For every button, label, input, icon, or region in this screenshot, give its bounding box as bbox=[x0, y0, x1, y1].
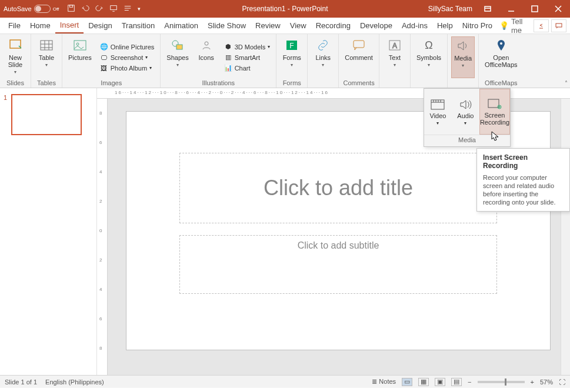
tab-insert[interactable]: Insert bbox=[55, 18, 84, 33]
subtitle-placeholder[interactable]: Click to add subtitle bbox=[179, 235, 497, 294]
svg-rect-15 bbox=[354, 41, 364, 48]
svg-rect-3 bbox=[485, 6, 491, 11]
slideshow-view-icon[interactable]: ▤ bbox=[451, 378, 462, 386]
share-button[interactable] bbox=[534, 19, 549, 32]
tab-help[interactable]: Help bbox=[432, 18, 458, 33]
normal-view-icon[interactable]: ▭ bbox=[402, 378, 412, 386]
icons-button[interactable]: Icons bbox=[195, 36, 218, 78]
shapes-icon bbox=[169, 38, 186, 53]
text-button[interactable]: A Text▾ bbox=[383, 36, 406, 78]
audio-button[interactable]: Audio▾ bbox=[452, 89, 479, 135]
svg-rect-8 bbox=[74, 41, 86, 50]
minimize-icon[interactable] bbox=[499, 0, 523, 18]
media-button[interactable]: Media▾ bbox=[451, 36, 475, 78]
redo-icon[interactable] bbox=[95, 4, 104, 14]
screen-recording-icon bbox=[486, 98, 503, 110]
comment-button[interactable]: Comment bbox=[342, 36, 375, 78]
tab-developer[interactable]: Develope bbox=[355, 18, 397, 33]
ribbon: New Slide ▾ Slides Table ▾ Tables Pictur… bbox=[0, 34, 570, 88]
user-name[interactable]: SillySac Team bbox=[428, 5, 476, 13]
video-button[interactable]: Video▾ bbox=[424, 89, 452, 135]
group-tables-label: Tables bbox=[35, 78, 58, 88]
notes-button[interactable]: ≣ Notes bbox=[372, 378, 396, 386]
comments-button[interactable] bbox=[551, 19, 566, 32]
ribbon-tabs: File Home Insert Design Transition Anima… bbox=[0, 18, 570, 34]
slide-thumbnail[interactable] bbox=[11, 94, 82, 135]
screenshot-button[interactable]: 🖵Screenshot▾ bbox=[98, 53, 157, 62]
tab-view[interactable]: View bbox=[285, 18, 311, 33]
tab-addins[interactable]: Add-ins bbox=[397, 18, 432, 33]
title-placeholder[interactable]: Click to add title bbox=[179, 153, 497, 223]
speaker-icon bbox=[455, 38, 471, 53]
media-dropdown-footer: Media bbox=[424, 135, 510, 145]
vertical-scrollbar[interactable] bbox=[561, 99, 570, 375]
tab-design[interactable]: Design bbox=[84, 18, 116, 33]
zoom-level[interactable]: 57% bbox=[540, 378, 553, 386]
toggle-off-icon bbox=[34, 5, 51, 13]
tab-slideshow[interactable]: Slide Show bbox=[203, 18, 251, 33]
chart-button[interactable]: 📊Chart bbox=[222, 63, 273, 73]
tab-animation[interactable]: Animation bbox=[159, 18, 203, 33]
table-icon bbox=[38, 38, 55, 53]
sorter-view-icon[interactable]: ▦ bbox=[418, 378, 429, 386]
smartart-button[interactable]: ▥SmartArt bbox=[222, 53, 273, 62]
open-officemaps-button[interactable]: Open OfficeMaps bbox=[482, 36, 519, 78]
start-from-beginning-icon[interactable] bbox=[109, 4, 118, 14]
audio-icon bbox=[457, 98, 474, 111]
online-pictures-button[interactable]: 🌐Online Pictures bbox=[98, 42, 157, 52]
group-images-label: Images bbox=[66, 78, 156, 88]
svg-rect-19 bbox=[431, 100, 444, 109]
reading-view-icon[interactable]: ▣ bbox=[435, 378, 445, 386]
tab-home[interactable]: Home bbox=[25, 18, 55, 33]
forms-icon: F bbox=[284, 38, 300, 53]
photo-album-button[interactable]: 🖼Photo Album▾ bbox=[98, 63, 157, 73]
group-media: Media▾ bbox=[448, 34, 479, 88]
slide-canvas[interactable]: Click to add title Click to add subtitle bbox=[126, 112, 550, 350]
links-button[interactable]: Links▾ bbox=[311, 36, 335, 78]
fit-to-window-icon[interactable]: ⛶ bbox=[559, 378, 565, 386]
collapse-ribbon-icon[interactable]: ˄ bbox=[565, 80, 568, 86]
comment-icon bbox=[351, 38, 367, 53]
tooltip-title: Insert Screen Recording bbox=[483, 153, 564, 170]
omega-icon: Ω bbox=[421, 38, 437, 53]
table-button[interactable]: Table ▾ bbox=[35, 36, 58, 78]
zoom-out-icon[interactable]: − bbox=[468, 378, 471, 386]
3d-models-button[interactable]: ⬢3D Models▾ bbox=[222, 42, 273, 52]
tell-me-search[interactable]: 💡 Tell me bbox=[499, 17, 534, 35]
slide-count[interactable]: Slide 1 of 1 bbox=[5, 378, 37, 386]
tab-recording[interactable]: Recording bbox=[311, 18, 355, 33]
tooltip: Insert Screen Recording Record your comp… bbox=[476, 148, 570, 212]
autosave-label: AutoSave bbox=[4, 5, 32, 12]
group-slides: New Slide ▾ Slides bbox=[0, 34, 31, 88]
language[interactable]: English (Philippines) bbox=[45, 378, 104, 386]
forms-button[interactable]: F Forms▾ bbox=[280, 36, 304, 78]
zoom-in-icon[interactable]: + bbox=[531, 378, 534, 386]
window-buttons bbox=[476, 0, 570, 18]
close-icon[interactable] bbox=[546, 0, 570, 18]
link-icon bbox=[315, 38, 331, 53]
new-slide-button[interactable]: New Slide ▾ bbox=[4, 36, 27, 78]
tab-review[interactable]: Review bbox=[251, 18, 285, 33]
group-comments-label: Comments bbox=[342, 78, 375, 88]
autosave-toggle[interactable]: AutoSave Off bbox=[0, 5, 62, 13]
undo-icon[interactable] bbox=[81, 4, 89, 14]
zoom-slider[interactable] bbox=[478, 381, 525, 383]
thumbnail-pane[interactable]: 1 bbox=[0, 88, 97, 375]
qat-more-icon[interactable] bbox=[124, 4, 132, 14]
tab-transition[interactable]: Transition bbox=[117, 18, 160, 33]
maximize-icon[interactable] bbox=[523, 0, 546, 18]
tooltip-body: Record your computer screen and related … bbox=[483, 173, 564, 206]
qat-customize-icon[interactable]: ▾ bbox=[138, 6, 141, 12]
screen-recording-button[interactable]: Screen Recording bbox=[479, 89, 510, 135]
ribbon-display-icon[interactable] bbox=[476, 0, 499, 18]
svg-rect-2 bbox=[111, 5, 117, 9]
save-icon[interactable] bbox=[67, 4, 75, 14]
tab-file[interactable]: File bbox=[4, 18, 25, 33]
group-comments: Comment Comments bbox=[339, 34, 379, 88]
chart-icon: 📊 bbox=[224, 64, 232, 72]
symbols-button[interactable]: Ω Symbols▾ bbox=[414, 36, 444, 78]
pictures-button[interactable]: Pictures bbox=[66, 36, 94, 78]
tab-nitropro[interactable]: Nitro Pro bbox=[458, 18, 497, 33]
shapes-button[interactable]: Shapes▾ bbox=[164, 36, 191, 78]
ruler-vertical: 8 6 4 2 0 2 4 6 8 bbox=[97, 99, 108, 375]
